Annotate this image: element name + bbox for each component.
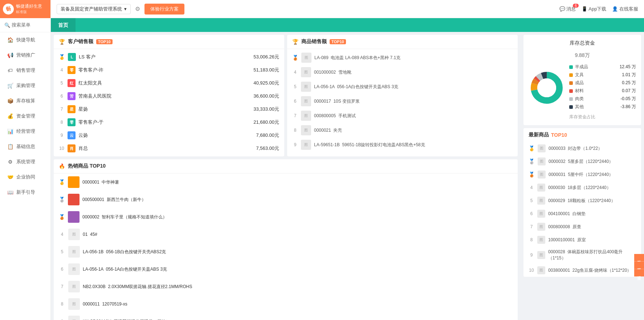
new-product-item[interactable]: 10 图 003800001 22g鱼豆腐-烧烤味（1*12*20） (523, 264, 641, 277)
new-rank-num: 8 (529, 237, 534, 242)
sidebar-item-marketing[interactable]: 📢营销推广 (0, 48, 50, 63)
new-product-item[interactable]: 5 图 0000029 18颗粒板（1220*2440） (523, 194, 641, 207)
customer-rank-item[interactable]: 4 零 零售客户-许 51,183.00元 (54, 63, 284, 77)
product-rank-item[interactable]: 4 图 001000002 雪地靴 (287, 65, 518, 79)
float-btn-customer-service[interactable]: 客服热线 (634, 254, 644, 262)
hot-product-name: NB2.0X30B 2.0X30MM双搓花轴.搓花直径2.1MM/ROHS (83, 284, 513, 290)
new-product-name: 0000028 体碗荔枝味苏打饮品400毫升（1*15） (548, 249, 636, 261)
new-product-item[interactable]: 🥉 图 0000031 5厘中纤（1220*2440） (523, 168, 641, 181)
customer-rank-list: 🥇 L LS 客户 53,006.26元 4 零 零售客户-许 51,183.0… (54, 49, 284, 156)
service-label: 在线客服 (619, 6, 638, 12)
new-product-img: 图 (537, 184, 545, 192)
product-rank-item[interactable]: 9 图 LA-59651-1B 59651-1B旋转投影灯电池盖ABS黑色+58… (287, 138, 518, 152)
new-product-item[interactable]: 4 图 0000030 18多层（1220*2440） (523, 181, 641, 194)
sidebar-item-sales[interactable]: 🏷销售管理 (0, 63, 50, 78)
inventory-title: 库存总资金 (529, 40, 636, 46)
legend-value: 1.01 万 (622, 72, 636, 78)
customer-rank-item[interactable]: 6 苦 苦南县人民医院 36,600.00元 (54, 90, 284, 103)
settings-icon[interactable]: ⚙ (135, 5, 140, 12)
product-img: 图 (301, 82, 311, 92)
legend-item: 其他 -3.86 万 (569, 104, 636, 110)
sidebar-item-quick-nav[interactable]: 🏠快捷导航 (0, 32, 50, 48)
hot-product-name: 0000002 智利车子里（规格不知道填什么） (82, 214, 513, 220)
customer-rank-item[interactable]: 9 云 云扬 7,680.00元 (54, 129, 284, 142)
inventory-amount: 9.88万 (529, 48, 636, 60)
menu-icon-purchase: 🛒 (7, 82, 13, 89)
hot-product-item[interactable]: 6 图 LA-056-1A 056-1A白色按键开关盖ABS 3克 (54, 260, 518, 278)
customer-rank-item[interactable]: 5 红 红太阳文具 40,925.00元 (54, 77, 284, 90)
hot-products-panel: 🔥 热销商品 TOP10 🥇 0000001 中华神薯 🥈 000500001 … (54, 159, 518, 320)
donut-chart (529, 70, 565, 106)
main-area: 装备及固定资产辅助管理系统 ▾ ⚙ 体验行业方案 💬 消息 6 📱 App下载 … (51, 0, 644, 320)
trial-button[interactable]: 体验行业方案 (144, 4, 184, 15)
new-product-item[interactable]: 🥇 图 0000033 封边带（1.0*22） (523, 142, 641, 155)
menu-icon-marketing: 📢 (7, 52, 13, 58)
customer-rank-item[interactable]: 8 零 零售客户-于 21,680.00元 (54, 116, 284, 129)
product-code: 0000021 夹壳 (314, 127, 513, 134)
legend-item: 成品 0.25 万 (569, 80, 636, 86)
menu-icon-system: ⚙ (7, 159, 13, 165)
hot-product-item[interactable]: 8 图 0000011 12070519-xs (54, 295, 518, 313)
sidebar-item-finance[interactable]: 💰资金管理 (0, 108, 50, 124)
new-product-item[interactable]: 8 图 10000100001 原室 (523, 233, 641, 246)
customer-avatar: 云 (68, 131, 76, 139)
online-service[interactable]: 👤 在线客服 (612, 6, 638, 12)
product-rank-item[interactable]: 8 图 0000021 夹壳 (287, 123, 518, 138)
hot-products-header: 🔥 热销商品 TOP10 (54, 159, 518, 173)
new-product-name: 0000031 5厘中纤（1220*2440） (549, 172, 636, 178)
new-product-item[interactable]: 7 图 000800008 原查 (523, 220, 641, 233)
hot-product-item[interactable]: 9 图 KK-SD22110H 花语萌恒温分腿睡袋（厚款） (54, 313, 518, 320)
product-rank-item[interactable]: 6 图 0000017 10S 变扭罗浆 (287, 94, 518, 108)
product-rank-item[interactable]: 5 图 LA-056-1A 056-1A白色按键开关盖ABS 3克 (287, 79, 518, 94)
menu-label-inventory: 库存核算 (16, 98, 35, 104)
hot-num: 8 (59, 301, 65, 307)
sidebar-item-basic-info[interactable]: 📋基础信息 (0, 139, 50, 154)
hot-product-item[interactable]: 🥉 0000002 智利车子里（规格不知道填什么） (54, 208, 518, 226)
menu-label-finance: 资金管理 (16, 113, 35, 119)
customer-top-badge: TOP10 (96, 39, 113, 44)
hot-products-title: 热销商品 TOP10 (68, 163, 106, 169)
new-product-item[interactable]: 6 图 004100001 白钢垫 (523, 207, 641, 220)
sidebar-item-operations[interactable]: 📊经营管理 (0, 124, 50, 139)
hot-product-item[interactable]: 7 图 NB2.0X30B 2.0X30MM双搓花轴.搓花直径2.1MM/ROH… (54, 278, 518, 295)
app-download[interactable]: 📱 App下载 (582, 6, 606, 12)
sidebar-item-enterprise[interactable]: 🤝企业协同 (0, 169, 50, 185)
service-icon: 👤 (612, 6, 618, 12)
new-product-name: 0000033 封边带（1.0*22） (549, 145, 636, 152)
float-btn-direct[interactable]: 直播 (634, 269, 644, 276)
hot-product-item[interactable]: 4 图 01 45# (54, 226, 518, 243)
product-code: LA-59651-1B 59651-1B旋转投影灯电池盖ABS黑色+58克 (314, 142, 513, 148)
customer-rank-item[interactable]: 🥇 L LS 客户 53,006.26元 (54, 50, 284, 63)
new-product-item[interactable]: 9 图 0000028 体碗荔枝味苏打饮品400毫升（1*15） (523, 246, 641, 264)
hot-product-item[interactable]: 🥇 0000001 中华神薯 (54, 173, 518, 191)
menu-icon-basic-info: 📋 (7, 143, 13, 150)
system-selector[interactable]: 装备及固定资产辅助管理系统 ▾ (57, 4, 131, 14)
sidebar-item-inventory[interactable]: 📦库存核算 (0, 93, 50, 108)
hot-medal: 🥇 (59, 179, 65, 185)
product-rank-item[interactable]: 🥉 图 LA-089 电池盖 LA-089 ABS本色+黑种 7.1克 (287, 50, 518, 65)
new-product-name: 0000032 5厘多层（1220*2440） (549, 159, 636, 165)
product-rank-item[interactable]: 7 图 000800005 手机测试 (287, 108, 518, 123)
hot-product-item[interactable]: 🥈 000500001 新西兰牛肉（新牛） (54, 191, 518, 208)
sidebar-item-system[interactable]: ⚙系统管理 (0, 154, 50, 169)
customer-avatar: 红 (68, 79, 76, 87)
customer-rank-item[interactable]: 10 肖 肖总 7,563.00元 (54, 142, 284, 155)
customer-avatar: 肖 (68, 144, 76, 152)
legend-value: 0.25 万 (622, 80, 636, 86)
sidebar-search[interactable]: 🔍 搜索菜单 (0, 18, 50, 32)
sidebar-item-guide[interactable]: 📖新手引导 (0, 185, 50, 200)
hot-img: 图 (68, 281, 80, 292)
hot-product-item[interactable]: 5 图 LA-056-1B 056-1B白色按键开关壳ABS2克 (54, 243, 518, 260)
tab-home[interactable]: 首页 (51, 18, 76, 32)
sidebar-item-purchase[interactable]: 🛒采购管理 (0, 78, 50, 93)
menu-label-quick-nav: 快捷导航 (16, 37, 35, 43)
product-img: 图 (301, 111, 311, 121)
hot-num: 4 (59, 232, 65, 237)
float-btn-service-community[interactable]: 服务社区 (634, 262, 644, 269)
customer-rank-item[interactable]: 7 星 星扬 33,333.00元 (54, 103, 284, 116)
legend-label: 材料 (575, 88, 620, 94)
new-product-item[interactable]: 🥈 图 0000032 5厘多层（1220*2440） (523, 155, 641, 168)
float-buttons: 客服热线服务社区直播 (634, 254, 644, 276)
message-badge[interactable]: 💬 消息 6 (559, 6, 576, 12)
menu-icon-sales: 🏷 (7, 67, 13, 74)
